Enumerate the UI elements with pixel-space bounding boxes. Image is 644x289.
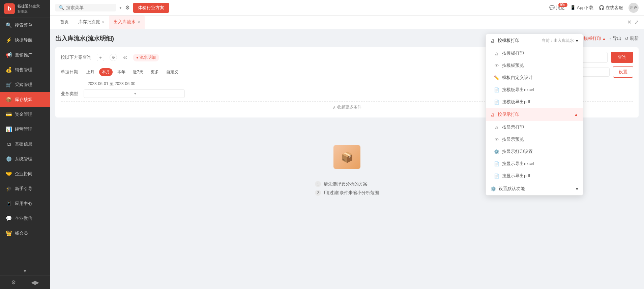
version-badge: 标准版	[18, 9, 40, 14]
dropdown-display-header[interactable]: 🖨 按显示打印 ▲	[486, 108, 583, 121]
tab-home[interactable]: 首页	[55, 16, 74, 29]
dropdown-item-display-pdf[interactable]: 📄 按显示导出pdf	[486, 170, 583, 182]
tab-close-warehouse-flow[interactable]: ×	[138, 20, 140, 24]
sidebar-item-quick-nav[interactable]: ⚡ 快捷导航	[0, 33, 50, 48]
tab-close-inventory-batch[interactable]: ×	[102, 20, 104, 24]
tab-inventory-batch[interactable]: 库存批次账 ×	[74, 16, 109, 29]
message-btn[interactable]: 💬 消息 99+	[549, 5, 565, 11]
dropdown-template-header[interactable]: 🖨 按模板打印 当前：出入库流水 ▾	[486, 34, 583, 47]
chart-icon: 📊	[5, 126, 12, 133]
date-this-year-btn[interactable]: 本年	[115, 68, 128, 76]
date-7days-btn[interactable]: 近7天	[130, 68, 146, 76]
chevron-up-collapse-icon: ∧	[333, 105, 336, 110]
date-last-month-btn[interactable]: 上月	[84, 68, 97, 76]
filter-add-btn[interactable]: +	[97, 54, 104, 61]
dropdown-item-display-preview[interactable]: 👁 按显示预览	[486, 133, 583, 146]
date-filter: 上月 本月 本年 近7天 更多 自定义	[84, 68, 181, 76]
dropdown-footer[interactable]: ⚙️ 设置默认功能 ▾	[486, 182, 583, 195]
expand-tabs-btn[interactable]: ⤢	[634, 19, 639, 25]
sidebar-item-appstore[interactable]: 📱 应用中心	[0, 196, 50, 211]
dropdown-item-display-settings[interactable]: ⚙️ 按显示打印设置	[486, 146, 583, 158]
sidebar-item-finance[interactable]: 💳 资金管理	[0, 107, 50, 122]
settings-button[interactable]: 设置	[613, 66, 633, 78]
date-label: 单据日期	[61, 69, 78, 75]
dropdown-item-display-print[interactable]: 🖨 按显示打印	[486, 121, 583, 133]
sidebar-item-guide[interactable]: 🎓 新手引导	[0, 181, 50, 196]
topbar-search-box[interactable]: 🔍	[55, 4, 116, 11]
cart-icon: 🛒	[5, 81, 12, 88]
template-excel-icon: 📄	[494, 87, 499, 93]
display-excel-icon: 📄	[494, 161, 499, 166]
settings-footer-icon[interactable]: ⚙	[11, 279, 16, 286]
sidebar-item-basic[interactable]: 🗂 基础信息	[0, 137, 50, 152]
dropdown-item-template-pdf[interactable]: 📄 按模板导出pdf	[486, 96, 583, 108]
sidebar-item-sales[interactable]: 💰 销售管理	[0, 62, 50, 77]
topbar: 🔍 ▾ ⚙ 体验行业方案 💬 消息 99+ 📱 App下载 🎧 在线客服	[50, 0, 644, 16]
mobile-icon: 📱	[5, 200, 12, 207]
sidebar-nav: 🔍 搜索菜单 ⚡ 快捷导航 📢 营销推广 💰 销售管理 🛒 采购管理 📦	[0, 18, 50, 266]
app-download-btn[interactable]: 📱 App下载	[570, 5, 593, 11]
dropdown-item-display-excel[interactable]: 📄 按显示导出excel	[486, 158, 583, 170]
sidebar-item-purchase[interactable]: 🛒 采购管理	[0, 77, 50, 92]
refresh-icon: ↺	[625, 36, 628, 41]
dropdown-item-template-design[interactable]: ✏️ 模板自定义设计	[486, 72, 583, 84]
gear-icon: ⚙️	[5, 156, 12, 162]
filter-label: 按以下方案查询	[61, 54, 91, 60]
default-setting-icon: ⚙️	[491, 186, 496, 191]
display-pdf-icon: 📄	[494, 173, 499, 179]
sidebar-scroll-down[interactable]: ▼	[0, 266, 50, 275]
sidebar-item-search[interactable]: 🔍 搜索菜单	[0, 18, 50, 33]
chat-icon: 💬	[5, 215, 12, 222]
sidebar-item-marketing[interactable]: 📢 营销推广	[0, 48, 50, 62]
filter-setting-btn[interactable]: ⚙	[110, 54, 117, 61]
filter-tag[interactable]: ● 流水明细	[133, 54, 159, 61]
date-more-btn[interactable]: 更多	[148, 68, 162, 76]
topbar-right-area: 💬 消息 99+ 📱 App下载 🎧 在线客服 用户	[549, 3, 639, 13]
empty-step-2: 2 用[过滤]条件来缩小分析范围	[315, 190, 379, 196]
dropdown-item-template-excel[interactable]: 📄 按模板导出excel	[486, 84, 583, 96]
dropdown-item-template-print[interactable]: 🖨 按模板打印	[486, 47, 583, 59]
current-template-label: 当前：出入库流水	[541, 38, 574, 44]
tabs-controls: ✕ ⤢	[627, 19, 639, 25]
search-input[interactable]	[66, 5, 107, 10]
page-title: 出入库流水(流水明细)	[55, 34, 114, 43]
printer-header-icon: 🖨	[491, 38, 495, 43]
step-2-number: 2	[315, 190, 321, 196]
display-preview-icon: 👁	[494, 137, 499, 142]
sidebar-item-operation[interactable]: 📊 经营管理	[0, 122, 50, 137]
sidebar-item-system[interactable]: ⚙️ 系统管理	[0, 152, 50, 166]
date-this-month-btn[interactable]: 本月	[99, 68, 113, 76]
avatar[interactable]: 用户	[628, 3, 639, 13]
refresh-btn[interactable]: ↺ 刷新	[625, 35, 639, 42]
empty-box-icon: 📦	[333, 145, 360, 169]
headset-icon: 🎧	[599, 5, 604, 10]
biz-type-label: 业务类型	[61, 91, 78, 97]
collapse-sidebar-icon[interactable]: ◀▶	[31, 279, 39, 286]
topbar-chevron-icon[interactable]: ▾	[119, 5, 122, 10]
filter-collapse-icon[interactable]: ≪	[122, 55, 127, 60]
topbar-gear-icon[interactable]: ⚙	[125, 4, 130, 11]
megaphone-icon: 📢	[5, 52, 12, 58]
sidebar-item-member[interactable]: 👑 畅会员	[0, 226, 50, 241]
sidebar-item-inventory[interactable]: 📦 库存核算	[0, 92, 50, 107]
close-all-tabs-btn[interactable]: ✕	[627, 19, 632, 25]
sidebar-item-collab[interactable]: 🤝 企业协同	[0, 166, 50, 181]
query-button[interactable]: 查询	[611, 52, 633, 63]
print-dropdown-panel: 🖨 按模板打印 当前：出入库流水 ▾ 🖨 按模板打印 👁 按模板预览 ✏️ 模板…	[486, 34, 583, 195]
customer-service-btn[interactable]: 🎧 在线客服	[599, 5, 623, 11]
date-custom-btn[interactable]: 自定义	[164, 68, 181, 76]
trial-button[interactable]: 体验行业方案	[133, 3, 169, 13]
export-btn[interactable]: ↑ 导出	[609, 35, 622, 42]
display-print-icon: 🖨	[494, 125, 499, 130]
tab-warehouse-flow[interactable]: 出入库流水 ×	[109, 16, 144, 29]
collapse-more-btn[interactable]: ∧ 收起更多条件	[333, 104, 361, 110]
handshake-icon: 🤝	[5, 170, 12, 177]
display-settings-icon: ⚙️	[494, 149, 499, 154]
biz-type-select[interactable]: ▾	[84, 89, 185, 98]
sidebar-logo: b 畅捷通好生意 标准版	[0, 0, 50, 18]
dropdown-item-template-preview[interactable]: 👁 按模板预览	[486, 59, 583, 72]
template-print-icon: 🖨	[494, 51, 499, 56]
folder-icon: 🗂	[5, 141, 12, 148]
chevron-up-icon: ▲	[603, 37, 606, 41]
sidebar-item-wechat[interactable]: 💬 企业微信	[0, 211, 50, 226]
